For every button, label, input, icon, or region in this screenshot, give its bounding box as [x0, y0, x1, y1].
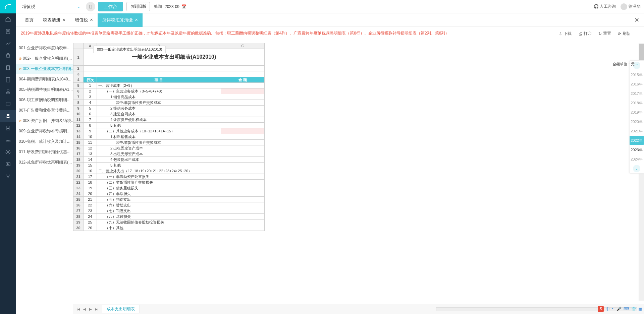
form-item-1[interactable]: ⊘002-一般企业收入明细表(...	[16, 53, 73, 64]
ime-punct[interactable]: •,	[612, 307, 614, 311]
warn-icon: ⊘	[19, 119, 21, 123]
tab-close-icon[interactable]: ✕	[135, 18, 138, 22]
svg-rect-11	[6, 163, 10, 166]
close-all-tabs[interactable]: ✕	[634, 16, 639, 24]
spreadsheet: ≪ 003-一般企业成本支出明细表(A102010) 金额单位：元 ABC1一般…	[73, 43, 644, 314]
form-item-4[interactable]: 005-纳税调整项目明细表(A1...	[16, 84, 73, 95]
svg-rect-8	[6, 102, 10, 105]
user-menu[interactable]: 徐泽华	[621, 3, 641, 10]
nav-clipboard-icon[interactable]	[0, 62, 16, 74]
tab-close-icon[interactable]: ✕	[62, 18, 65, 22]
nav-video-icon[interactable]	[0, 158, 16, 170]
tax-type-dropdown[interactable]: 增值税 ⌄	[19, 2, 83, 11]
nav-export-icon[interactable]	[0, 122, 16, 134]
year-2024年[interactable]: 2024年	[630, 154, 644, 164]
download-button[interactable]: ⇩ 下载	[559, 31, 572, 37]
ime-skin-icon[interactable]: 👕	[631, 307, 636, 311]
form-item-9[interactable]: 010-免税、减计收入及加计...	[16, 136, 73, 147]
left-sidebar	[0, 0, 16, 314]
calendar-icon[interactable]: 📅	[181, 4, 186, 9]
app-logo[interactable]	[0, 0, 16, 13]
ime-logo[interactable]: S	[598, 306, 604, 312]
nav-v-icon[interactable]	[0, 170, 16, 182]
svg-rect-5	[6, 77, 10, 82]
ime-keyboard-icon[interactable]: ⌨	[624, 307, 629, 311]
year-down[interactable]: ⌄	[633, 165, 640, 172]
reset-button[interactable]: ↻ 重置	[598, 31, 611, 37]
nav-stamp-icon[interactable]	[0, 86, 16, 98]
grid[interactable]: ABC1一般企业成本支出明细表(A102010)234行次项 目金 额51一、营…	[73, 43, 637, 301]
nav-chart-icon[interactable]	[0, 38, 16, 50]
content-area: 2019年度涉及取以前年度结转数据的申报表单元格需要手工维护正确，才能保证本年及…	[16, 27, 644, 314]
sheet-first[interactable]: |◀	[76, 307, 81, 311]
sheet-prev[interactable]: ◀	[82, 307, 87, 311]
switch-old-button[interactable]: 切到旧版	[126, 2, 150, 11]
tab-1[interactable]: 税表清册✕	[38, 13, 70, 27]
print-button[interactable]: 🖨 打印	[578, 31, 592, 37]
form-item-2[interactable]: ⊘003-一般企业成本支出明细...	[16, 64, 73, 74]
nav-settings-icon[interactable]	[0, 146, 16, 158]
year-2023年[interactable]: 2023年	[630, 145, 644, 154]
svg-rect-13	[90, 5, 92, 8]
nav-calc-icon[interactable]	[0, 74, 16, 86]
tab-close-icon[interactable]: ✕	[90, 18, 93, 22]
topbar: 增值税 ⌄ 工作台 切到旧版 账期 2023-09 📅 🎧 人工咨询 徐泽华	[16, 0, 644, 13]
sheet-tabs: |◀ ◀ ▶ ▶| 成本支出明细表	[73, 304, 644, 314]
year-2016年[interactable]: 2016年	[630, 79, 644, 89]
period-label: 账期	[154, 4, 162, 9]
nav-inbox-icon[interactable]	[0, 134, 16, 146]
username: 徐泽华	[629, 4, 641, 9]
refresh-button[interactable]: ⟳ 刷新	[618, 31, 631, 37]
dropdown-label: 增值税	[22, 4, 35, 10]
warning-text: 2019年度涉及取以前年度结转数据的申报表单元格需要手工维护正确，才能保证本年及…	[21, 30, 550, 37]
svg-marker-12	[8, 164, 9, 165]
doc-round-button[interactable]	[86, 2, 95, 11]
action-bar: ⇩ 下载 🖨 打印 ↻ 重置 ⟳ 刷新	[559, 31, 631, 37]
form-item-10[interactable]: 011-研发费用加计扣除优惠...	[16, 147, 73, 157]
nav-home-icon[interactable]	[0, 13, 16, 25]
year-2015年[interactable]: 2015年	[630, 70, 644, 79]
form-item-3[interactable]: 004-期间费用明细表(A1040...	[16, 74, 73, 84]
chevron-down-icon: ⌄	[77, 4, 80, 9]
tab-0[interactable]: 首页	[20, 13, 38, 27]
form-item-8[interactable]: 009-企业所得税弥补亏损明...	[16, 126, 73, 136]
sheet-breadcrumb: 003-一般企业成本支出明细表(A102010)	[93, 46, 166, 53]
sheet-last[interactable]: ▶|	[94, 307, 99, 311]
form-item-6[interactable]: 007-广告费和业务宣传费跨...	[16, 105, 73, 116]
tab-2[interactable]: 增值税✕	[70, 13, 98, 27]
form-item-11[interactable]: 012-减免所得税优惠明细表(...	[16, 157, 73, 168]
tab-3[interactable]: 所得税汇算清缴✕	[98, 13, 143, 27]
year-selector: ⌃ 2015年2016年2017年2018年2019年2020年2021年202…	[629, 60, 644, 174]
ime-menu-icon[interactable]: ▦	[638, 307, 642, 311]
page-tabs: 首页税表清册✕增值税✕所得税汇算清缴✕ ✕	[16, 13, 644, 27]
ime-lang[interactable]: 中	[606, 306, 610, 312]
nav-screen-icon[interactable]	[0, 98, 16, 110]
workbench-button[interactable]: 工作台	[98, 2, 123, 11]
year-2017年[interactable]: 2017年	[630, 89, 644, 98]
nav-doc-icon[interactable]	[0, 25, 16, 38]
period-value: 2023-09	[165, 4, 179, 9]
ime-mic-icon[interactable]: 🎤	[616, 307, 622, 311]
warn-icon: ⊘	[19, 67, 21, 71]
warn-icon: ⊘	[19, 57, 21, 60]
form-list: 001-企业所得税年度纳税申...⊘002-一般企业收入明细表(...⊘003-…	[16, 43, 73, 314]
support-link[interactable]: 🎧 人工咨询	[594, 4, 616, 9]
svg-point-10	[7, 151, 9, 153]
ime-bar: S 中 •, 🎤 ⌨ 👕 ▦	[598, 306, 642, 312]
form-item-5[interactable]: 006-职工薪酬纳税调整明细...	[16, 95, 73, 105]
year-2019年[interactable]: 2019年	[630, 108, 644, 117]
nav-bag-icon[interactable]	[0, 50, 16, 62]
form-item-0[interactable]: 001-企业所得税年度纳税申...	[16, 43, 73, 53]
nav-active-icon[interactable]	[0, 110, 16, 122]
year-2018年[interactable]: 2018年	[630, 98, 644, 108]
sheet-nav: |◀ ◀ ▶ ▶|	[73, 307, 102, 311]
year-2022年[interactable]: 2022年	[630, 136, 644, 145]
form-item-7[interactable]: ⊘008-资产折旧、摊销及纳税...	[16, 116, 73, 126]
year-2020年[interactable]: 2020年	[630, 117, 644, 126]
sheet-tab-active[interactable]: 成本支出明细表	[102, 305, 140, 313]
year-2021年[interactable]: 2021年	[630, 126, 644, 136]
sheet-next[interactable]: ▶	[88, 307, 93, 311]
avatar	[621, 3, 627, 10]
unit-label: 金额单位：元	[612, 62, 635, 67]
